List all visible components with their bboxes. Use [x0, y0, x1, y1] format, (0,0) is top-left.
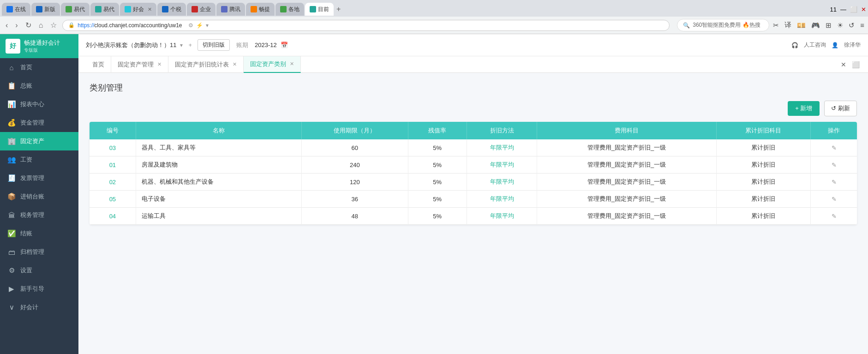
- browser-tab-5[interactable]: 好会 ✕: [120, 3, 156, 16]
- cell-action[interactable]: ✎: [811, 139, 857, 156]
- tab-label: 目前: [318, 6, 329, 13]
- collapse-button[interactable]: ✕: [840, 60, 847, 69]
- cell-period: 48: [302, 208, 408, 225]
- sidebar-item-settings[interactable]: ⚙ 设置: [0, 261, 78, 280]
- period-label: 账期: [236, 41, 248, 49]
- table-row: 03 器具、工具、家具等 60 5% 年限平均 管理费用_固定资产折旧_一级 累…: [90, 139, 857, 156]
- scissors-icon[interactable]: ✂: [773, 21, 779, 30]
- search-icon: 🔍: [683, 22, 690, 29]
- browser-tab-10[interactable]: 各地: [275, 3, 304, 16]
- home-icon: ⌂: [7, 64, 16, 72]
- sidebar-item-ledger[interactable]: 📋 总账: [0, 77, 78, 95]
- sidebar-item-invoice[interactable]: 🧾 发票管理: [0, 169, 78, 187]
- cell-expense: 管理费用_固定资产折旧_一级: [537, 156, 716, 174]
- cell-residual: 5%: [408, 191, 467, 208]
- sidebar-item-archive[interactable]: 🗃 归档管理: [0, 243, 78, 261]
- reload-button[interactable]: ↻: [24, 20, 33, 30]
- sidebar-item-home[interactable]: ⌂ 首页: [0, 58, 78, 77]
- cell-action[interactable]: ✎: [811, 174, 857, 191]
- cell-action[interactable]: ✎: [811, 191, 857, 208]
- chevron-down-icon[interactable]: ▾: [206, 22, 209, 29]
- browser-tab-6[interactable]: 个税: [157, 3, 186, 16]
- sidebar: 好 畅捷通好会计 专版版 ⌂ 首页 📋 总账 📊 报表中心 💰 资金管理: [0, 34, 78, 354]
- tab-label: 好会: [133, 6, 144, 13]
- wallet-icon[interactable]: 💴: [797, 21, 806, 30]
- logo-text: 畅捷通好会计 专版版: [24, 39, 60, 53]
- tab-fixed-asset-mgmt[interactable]: 固定资产管理 ✕: [111, 56, 168, 73]
- cell-code: 05: [90, 191, 136, 208]
- tab-close-fixed-asset-dep[interactable]: ✕: [233, 61, 237, 67]
- dropdown-icon[interactable]: ▾: [180, 42, 183, 48]
- guide-icon: ▶: [7, 285, 16, 293]
- more-icon: ∨: [7, 303, 16, 312]
- tab-home-label: 首页: [92, 60, 104, 69]
- tab-close-icon[interactable]: ✕: [148, 6, 152, 12]
- sidebar-item-reports[interactable]: 📊 报表中心: [0, 95, 78, 114]
- tab-close-fixed-asset-category[interactable]: ✕: [290, 61, 294, 67]
- cell-accumulated: 累计折旧: [716, 174, 811, 191]
- sidebar-item-payroll[interactable]: 👥 工资: [0, 150, 78, 169]
- tab-expand-actions: ✕ ⬜: [840, 60, 861, 69]
- minimize-button[interactable]: —: [840, 6, 846, 13]
- restore-button[interactable]: 11: [830, 6, 837, 13]
- game-icon[interactable]: 🎮: [811, 21, 820, 30]
- switch-version-button[interactable]: 切到旧版: [198, 39, 230, 51]
- browser-tab-8[interactable]: 腾讯: [216, 3, 245, 16]
- sidebar-item-label: 发票管理: [20, 174, 44, 182]
- browser-tab-4[interactable]: 易代: [90, 3, 119, 16]
- sidebar-item-label: 结账: [20, 229, 32, 238]
- calendar-icon[interactable]: 📅: [281, 42, 288, 48]
- sidebar-item-guide[interactable]: ▶ 新手引导: [0, 280, 78, 298]
- expand-address-icon[interactable]: ⚡: [196, 22, 203, 29]
- new-tab-button[interactable]: +: [335, 4, 342, 14]
- refresh-button[interactable]: ↺ 刷新: [824, 101, 857, 116]
- tab-favicon: [66, 6, 72, 12]
- maximize-button[interactable]: ⬜: [850, 6, 857, 13]
- tab-favicon: [251, 6, 257, 12]
- header-action: 操作: [811, 122, 857, 139]
- cell-action[interactable]: ✎: [811, 208, 857, 225]
- maximize-content-button[interactable]: ⬜: [851, 60, 861, 69]
- tab-label: 各地: [288, 6, 299, 13]
- browser-tab-9[interactable]: 畅提: [246, 3, 275, 16]
- bookmark-button[interactable]: ☆: [48, 20, 59, 30]
- sidebar-item-tax[interactable]: 🏛 税务管理: [0, 206, 78, 224]
- forward-button[interactable]: ›: [13, 20, 19, 30]
- tab-home[interactable]: 首页: [86, 56, 111, 73]
- home-button[interactable]: ⌂: [37, 20, 45, 30]
- tab-favicon: [125, 6, 131, 12]
- sidebar-item-funds[interactable]: 💰 资金管理: [0, 114, 78, 132]
- header-residual: 残值率: [408, 122, 467, 139]
- cell-name: 运输工具: [136, 208, 301, 225]
- grid-icon[interactable]: ⊞: [826, 21, 832, 30]
- browser-tab-3[interactable]: 易代: [61, 3, 90, 16]
- browser-tab-1[interactable]: 在线: [2, 3, 30, 16]
- add-account-icon[interactable]: +: [188, 42, 192, 48]
- cell-code: 01: [90, 156, 136, 174]
- tab-fixed-asset-dep[interactable]: 固定资产折旧统计表 ✕: [168, 56, 244, 73]
- settings-icon[interactable]: ☀: [837, 21, 843, 30]
- browser-tab-2[interactable]: 新版: [31, 3, 60, 16]
- translate-icon[interactable]: 译: [784, 21, 791, 30]
- add-button[interactable]: + 新增: [788, 101, 820, 116]
- browser-tab-7[interactable]: 企业: [187, 3, 216, 16]
- sidebar-item-stock[interactable]: 📦 进销台账: [0, 187, 78, 206]
- back-button[interactable]: ‹: [4, 20, 10, 30]
- search-bar[interactable]: 🔍 360智能抠图免费用 🔥热搜: [677, 19, 769, 31]
- header-name: 名称: [136, 122, 301, 139]
- service-label[interactable]: 人工咨询: [804, 41, 826, 49]
- history-icon[interactable]: ↺: [849, 21, 855, 30]
- tab-close-fixed-asset-mgmt[interactable]: ✕: [157, 61, 162, 67]
- main-area: 刘小艳演示账套（勿删勿动！）11 ▾ + 切到旧版 账期 2023-12 📅 🎧…: [78, 34, 868, 354]
- menu-icon[interactable]: ≡: [860, 21, 864, 29]
- cell-action[interactable]: ✎: [811, 156, 857, 174]
- browser-tab-11[interactable]: 目前: [305, 3, 334, 16]
- sidebar-item-fixed-assets[interactable]: 🏢 固定资产: [0, 132, 78, 150]
- close-browser-button[interactable]: ✕: [861, 6, 866, 13]
- site-settings-icon[interactable]: ⚙: [188, 22, 193, 29]
- user-avatar-icon: 👤: [832, 42, 838, 48]
- tab-fixed-asset-category[interactable]: 固定资产类别 ✕: [244, 56, 301, 73]
- sidebar-item-more[interactable]: ∨ 好会计: [0, 298, 78, 317]
- address-input[interactable]: 🔒 https://cloud.chanjet.com/accounting/u…: [62, 20, 670, 31]
- sidebar-item-checkout[interactable]: ✅ 结账: [0, 224, 78, 243]
